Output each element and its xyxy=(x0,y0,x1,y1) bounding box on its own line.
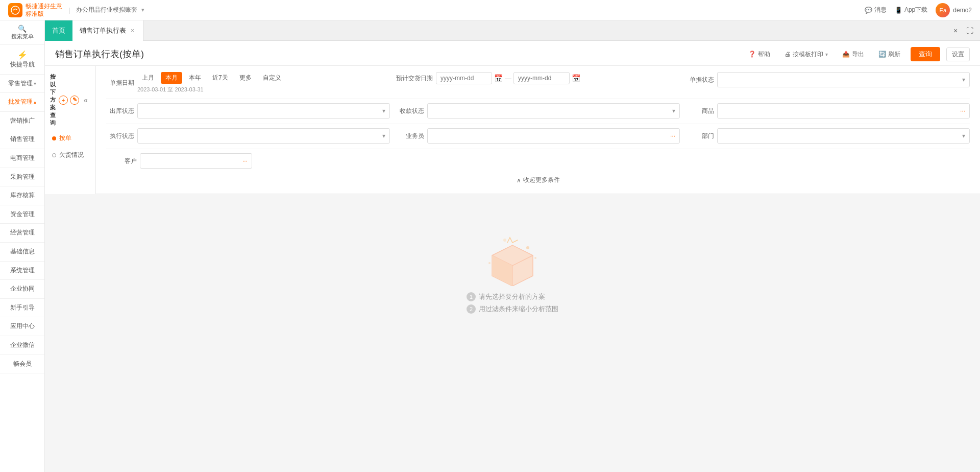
sidebar-item-shortcut[interactable]: ⚡ 快捷导航 xyxy=(0,45,44,75)
hint-num-1: 1 xyxy=(467,292,476,301)
department-select[interactable]: ▾ xyxy=(717,128,970,144)
date-tab-current-month[interactable]: 本月 xyxy=(161,72,182,84)
cal-icon-from[interactable]: 📅 xyxy=(494,74,503,82)
sidebar: 🔍 搜索菜单 ⚡ 快捷导航 零售管理 ▾ 批发管理 ▴ 营销推广 销售管理 电商… xyxy=(0,20,45,472)
sidebar-item-member[interactable]: 畅会员 xyxy=(0,355,44,374)
search-btn[interactable]: 查询 xyxy=(911,47,940,61)
filter-cell-outbound: 出库状态 ▾ xyxy=(106,103,390,119)
settings-btn[interactable]: 设置 xyxy=(946,48,970,61)
sidebar-item-purchase[interactable]: 采购管理 xyxy=(0,168,44,187)
print-btn[interactable]: 🖨 按模板打印 ▾ xyxy=(780,48,832,61)
filter-cell-collection: 收款状态 ▾ xyxy=(396,103,680,119)
breadcrumb-item[interactable]: 办公用品行业模拟账套 xyxy=(76,6,137,14)
filter-cell-date: 单据日期 上月 本月 本年 近7天 更多 自定义 20 xyxy=(106,72,390,93)
user-profile[interactable]: Ea demo2 xyxy=(936,3,972,17)
sidebar-item-ecommerce[interactable]: 电商管理 xyxy=(0,149,44,168)
svg-point-4 xyxy=(503,239,506,242)
department-wrapper: ▾ xyxy=(717,128,970,144)
main-layout: 🔍 搜索菜单 ⚡ 快捷导航 零售管理 ▾ 批发管理 ▴ 营销推广 销售管理 电商… xyxy=(0,20,980,472)
export-btn[interactable]: 📤 导出 xyxy=(838,48,868,61)
sidebar-item-marketing[interactable]: 营销推广 xyxy=(0,112,44,131)
sidebar-item-base[interactable]: 基础信息 xyxy=(0,243,44,262)
svg-point-2 xyxy=(534,257,536,259)
salesperson-field[interactable]: ··· xyxy=(427,128,680,144)
plan-order[interactable]: 按单 xyxy=(45,130,95,147)
execution-select[interactable]: ▾ xyxy=(137,128,390,144)
filter-cell-department: 部门 ▾ xyxy=(686,128,970,144)
refresh-btn[interactable]: 🔄 刷新 xyxy=(874,48,904,61)
sidebar-item-enterprise[interactable]: 企业协同 xyxy=(0,280,44,299)
doc-status-select[interactable]: ▾ xyxy=(717,72,970,87)
collapse-filter-btn[interactable]: ∧ 收起更多条件 xyxy=(506,173,570,187)
collection-select[interactable]: ▾ xyxy=(427,103,680,119)
top-header: 畅捷通好生意 标准版 | 办公用品行业模拟账套 ▾ 💬 消息 📱 App下载 E… xyxy=(0,0,980,20)
filter-cell-doc-status: 单据状态 ▾ xyxy=(686,72,970,87)
outbound-wrapper: ▾ xyxy=(137,103,390,119)
page-title-actions: ❓ 帮助 🖨 按模板打印 ▾ 📤 导出 🔄 刷新 xyxy=(744,47,970,61)
salesperson-dots: ··· xyxy=(670,132,675,139)
department-chevron: ▾ xyxy=(962,132,965,139)
logo-area[interactable]: 畅捷通好生意 标准版 xyxy=(8,3,62,17)
date-tab-current-year[interactable]: 本年 xyxy=(184,72,206,84)
outbound-select[interactable]: ▾ xyxy=(137,103,390,119)
message-btn[interactable]: 💬 消息 xyxy=(865,6,887,14)
window-close-btn[interactable]: × xyxy=(949,25,962,37)
date-tab-custom[interactable]: 自定义 xyxy=(258,72,286,84)
plan-arrears-dot xyxy=(52,153,56,157)
breadcrumb-arrow[interactable]: ▾ xyxy=(141,7,144,13)
tab-close-btn[interactable]: × xyxy=(129,27,136,35)
plan-order-dot xyxy=(52,136,56,140)
sidebar-item-sales[interactable]: 销售管理 xyxy=(0,130,44,149)
app-download-btn[interactable]: 📱 App下载 xyxy=(895,6,927,14)
collapse-plan-btn[interactable]: « xyxy=(81,96,90,105)
sidebar-item-newbie[interactable]: 新手引导 xyxy=(0,299,44,318)
empty-hint-1: 1 请先选择要分析的方案 xyxy=(467,292,558,301)
date-tab-more[interactable]: 更多 xyxy=(235,72,256,84)
salesperson-wrapper: ··· xyxy=(427,128,680,144)
header-right: 💬 消息 📱 App下载 Ea demo2 xyxy=(865,3,972,17)
sidebar-search[interactable]: 🔍 搜索菜单 xyxy=(0,20,44,45)
expected-date-to[interactable] xyxy=(513,72,570,84)
download-icon: 📱 xyxy=(895,7,902,14)
svg-point-0 xyxy=(11,6,19,14)
sidebar-item-operation[interactable]: 经营管理 xyxy=(0,224,44,243)
window-expand-btn[interactable]: ⛶ xyxy=(964,25,976,37)
sidebar-item-retail[interactable]: 零售管理 ▾ xyxy=(0,75,44,93)
plan-arrears[interactable]: 欠货情况 xyxy=(45,147,95,163)
help-btn[interactable]: ❓ 帮助 xyxy=(744,48,774,61)
goods-label: 商品 xyxy=(686,107,714,115)
sub-sidebar-icons: + ✎ « xyxy=(59,96,90,105)
content-area: 首页 销售订单执行表 × × ⛶ 销售订单执行表(按单) ❓ 帮助 xyxy=(45,20,980,472)
sidebar-item-system[interactable]: 系统管理 xyxy=(0,262,44,280)
add-plan-btn[interactable]: + xyxy=(59,96,68,105)
breadcrumb-separator: | xyxy=(68,6,70,14)
filter-cell-expected-date: 预计交货日期 📅 — 📅 xyxy=(396,72,680,84)
expected-date-from[interactable] xyxy=(436,72,492,84)
sidebar-item-apps[interactable]: 应用中心 xyxy=(0,317,44,336)
date-tab-last-month[interactable]: 上月 xyxy=(137,72,159,84)
help-icon: ❓ xyxy=(748,51,756,58)
edit-plan-btn[interactable]: ✎ xyxy=(70,96,79,105)
collection-chevron: ▾ xyxy=(672,107,675,114)
sub-sidebar: 按以下方案查询 + ✎ « 按单 欠货情况 xyxy=(45,66,96,194)
filter-wrapper: 按以下方案查询 + ✎ « 按单 欠货情况 xyxy=(45,66,980,194)
tab-sales-order[interactable]: 销售订单执行表 × xyxy=(72,20,143,41)
filter-row-3: 执行状态 ▾ 业务员 xyxy=(106,128,970,144)
customer-wrapper: ··· xyxy=(140,153,252,169)
collection-wrapper: ▾ xyxy=(427,103,680,119)
sidebar-item-inventory[interactable]: 库存核算 xyxy=(0,186,44,205)
customer-label: 客户 xyxy=(106,157,137,166)
goods-field[interactable]: ··· xyxy=(717,103,970,119)
cal-icon-to[interactable]: 📅 xyxy=(572,74,580,82)
empty-hints: 1 请先选择要分析的方案 2 用过滤条件来缩小分析范围 xyxy=(467,292,558,314)
logo-text: 畅捷通好生意 标准版 xyxy=(26,3,62,17)
svg-point-1 xyxy=(526,246,529,249)
date-tab-last7[interactable]: 近7天 xyxy=(208,72,233,84)
tab-home[interactable]: 首页 xyxy=(45,20,72,41)
sidebar-item-wechat[interactable]: 企业微信 xyxy=(0,336,44,355)
sidebar-item-wholesale[interactable]: 批发管理 ▴ xyxy=(0,93,44,112)
filter-area: 单据日期 上月 本月 本年 近7天 更多 自定义 20 xyxy=(96,66,980,194)
empty-state: 1 请先选择要分析的方案 2 用过滤条件来缩小分析范围 xyxy=(45,194,980,355)
sidebar-item-finance[interactable]: 资金管理 xyxy=(0,205,44,224)
customer-field[interactable]: ··· xyxy=(140,153,252,169)
